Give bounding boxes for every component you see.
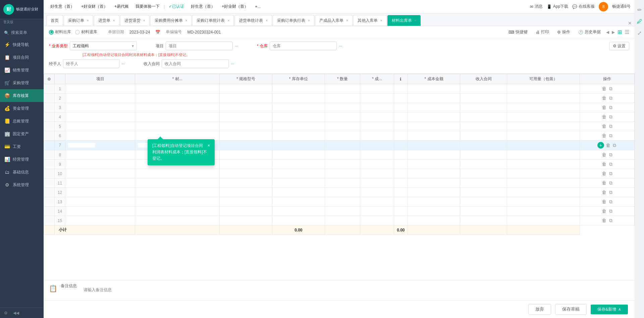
nav-next-icon[interactable]: ▶	[612, 30, 615, 35]
row-delete-1[interactable]: 🗑	[602, 86, 606, 91]
project-more-icon[interactable]: ···	[235, 44, 238, 48]
row-copy-8[interactable]: ⧉	[609, 152, 612, 158]
sidebar-item-salary[interactable]: 💳工资	[0, 140, 44, 153]
tab-close-5[interactable]: ×	[227, 19, 229, 22]
sidebar-item-ops[interactable]: 📊经营管理	[0, 153, 44, 166]
app-download-btn[interactable]: 📱 App下载	[547, 4, 568, 9]
row-copy-11[interactable]: ⧉	[609, 180, 612, 186]
tab-4[interactable]: 采购费用分摊单×	[150, 15, 192, 26]
row-copy-13[interactable]: ⧉	[609, 199, 612, 205]
income-contract-input[interactable]	[162, 59, 229, 68]
sidebar-item-project[interactable]: 📋项目合同	[0, 51, 44, 64]
tab-close-10[interactable]: ×	[415, 19, 417, 22]
row-delete-10[interactable]: 🗑	[602, 171, 606, 176]
biz-type-select[interactable]: 工程领料 ▾	[70, 42, 137, 50]
notes-input[interactable]	[84, 283, 629, 297]
tab-2[interactable]: 进货单×	[94, 15, 119, 26]
row-copy-1[interactable]: ⧉	[609, 86, 612, 92]
discard-button[interactable]: 放弃	[528, 304, 551, 315]
tab-close-7[interactable]: ×	[308, 19, 310, 22]
row-delete-8[interactable]: 🗑	[602, 152, 606, 157]
tab-close-3[interactable]: ×	[143, 19, 145, 22]
agent-input[interactable]	[63, 59, 119, 68]
view-table-icon[interactable]: ⊞	[618, 29, 622, 35]
warehouse-input[interactable]	[270, 42, 337, 50]
right-tool-highlight[interactable]: 🖊	[637, 18, 642, 24]
tabs-close-all[interactable]: ✕	[628, 20, 632, 26]
print-btn[interactable]: 🖨 打印	[533, 28, 552, 36]
row-delete-14[interactable]: 🗑	[602, 208, 606, 214]
row-delete-7[interactable]: 🗑	[606, 143, 610, 148]
sidebar-item-assets[interactable]: 🏢固定资产	[0, 127, 44, 140]
tab-5[interactable]: 采购订单统计表×	[192, 15, 234, 26]
income-contract-more-icon[interactable]: ···	[231, 61, 234, 66]
topbar-item-2[interactable]: +易代账	[112, 2, 131, 11]
messages-btn[interactable]: ✉ 消息	[530, 4, 543, 9]
view-list-icon[interactable]: ☰	[625, 29, 629, 35]
table-wrapper[interactable]: ⚙ 项目 * 材... * 规格型号 * 库存单位 * 数量 * 成... ℹ …	[44, 74, 635, 280]
warehouse-more-icon[interactable]: ···	[339, 44, 342, 48]
user-avatar[interactable]: 8	[599, 2, 608, 11]
sidebar-item-purchase[interactable]: 🛒采购管理	[0, 76, 44, 89]
row-copy-3[interactable]: ⧉	[609, 105, 612, 110]
settings-button[interactable]: ⚙ 设置	[609, 42, 629, 50]
col-header-settings[interactable]: ⚙	[44, 74, 55, 84]
operations-btn[interactable]: ⚙ 操作	[554, 28, 573, 36]
row-delete-6[interactable]: 🗑	[602, 133, 606, 138]
row-copy-7[interactable]: ⧉	[613, 143, 616, 148]
sidebar-item-finance[interactable]: 💰资金管理	[0, 102, 44, 115]
nav-prev-icon[interactable]: ◀	[606, 30, 609, 35]
radio-material-out[interactable]: 材料出库	[49, 29, 71, 35]
tab-9[interactable]: 其他入库单×	[353, 15, 387, 26]
radio-material-return[interactable]: 材料退库	[75, 29, 97, 35]
settings-bottom-icon[interactable]: ⚙	[4, 311, 8, 315]
sidebar-item-inventory[interactable]: 📦库存核算	[0, 89, 44, 102]
username-label[interactable]: 畅捷通8号	[612, 4, 631, 9]
sidebar-item-basic[interactable]: 🗂基础信息	[0, 166, 44, 178]
row-delete-2[interactable]: 🗑	[602, 95, 606, 101]
row-copy-15[interactable]: ⧉	[609, 218, 612, 223]
row-copy-5[interactable]: ⧉	[609, 123, 612, 129]
row-delete-9[interactable]: 🗑	[602, 161, 606, 167]
tab-close-9[interactable]: ×	[380, 19, 382, 22]
topbar-item-0[interactable]: 好生意（首）	[48, 2, 77, 11]
tooltip-close-btn[interactable]: ×	[208, 143, 210, 149]
row-delete-3[interactable]: 🗑	[602, 105, 606, 110]
row-copy-12[interactable]: ⧉	[609, 190, 612, 195]
online-service-btn[interactable]: 💬 在线客服	[572, 4, 595, 9]
calendar-icon[interactable]: 📅	[155, 30, 160, 35]
right-tool-edit[interactable]: ✏	[637, 7, 642, 13]
save-new-button[interactable]: 保存&新增 ∧	[591, 305, 628, 314]
tab-10[interactable]: 材料出库单×	[387, 15, 421, 26]
row-delete-12[interactable]: 🗑	[602, 190, 606, 195]
topbar-item-3[interactable]: 我要体验一下	[133, 2, 162, 11]
row-copy-6[interactable]: ⧉	[609, 133, 612, 139]
sidebar-item-system[interactable]: ⚙系统管理	[0, 178, 44, 191]
topbar-item-6[interactable]: +好业财（首）	[219, 2, 251, 11]
topbar-item-5[interactable]: 好生意（首）	[188, 2, 218, 11]
row-delete-4[interactable]: 🗑	[602, 114, 606, 119]
row-delete-15[interactable]: 🗑	[602, 218, 606, 223]
tab-close-4[interactable]: ×	[185, 19, 187, 22]
row-delete-13[interactable]: 🗑	[602, 199, 606, 204]
right-tool-expand[interactable]: ⤢	[637, 30, 642, 36]
add-row-btn[interactable]: +	[597, 142, 604, 149]
sidebar-item-shortcut[interactable]: ⚡快捷导航	[0, 38, 44, 51]
topbar-item-1[interactable]: +好业财（首）	[78, 2, 110, 11]
collapse-icon[interactable]: ◀◀	[13, 311, 19, 315]
save-draft-button[interactable]: 保存草稿	[555, 304, 587, 315]
row-project-7[interactable]	[65, 141, 135, 150]
search-menu[interactable]: 🔍 搜索菜单	[0, 27, 44, 38]
row-copy-14[interactable]: ⧉	[609, 208, 612, 214]
row-copy-10[interactable]: ⧉	[609, 171, 612, 176]
tab-8[interactable]: 产成品入库单×	[315, 15, 353, 26]
row-copy-4[interactable]: ⧉	[609, 114, 612, 120]
row-delete-5[interactable]: 🗑	[602, 123, 606, 129]
row-copy-2[interactable]: ⧉	[609, 95, 612, 101]
tab-6[interactable]: 进货单统计表×	[234, 15, 272, 26]
tab-close-8[interactable]: ×	[346, 19, 348, 22]
tab-3[interactable]: 进货退货×	[120, 15, 150, 26]
tab-0[interactable]: 首页	[46, 15, 63, 26]
tab-1[interactable]: 采购订单×	[64, 15, 93, 26]
sidebar-item-sales[interactable]: 📈销售管理	[0, 64, 44, 76]
